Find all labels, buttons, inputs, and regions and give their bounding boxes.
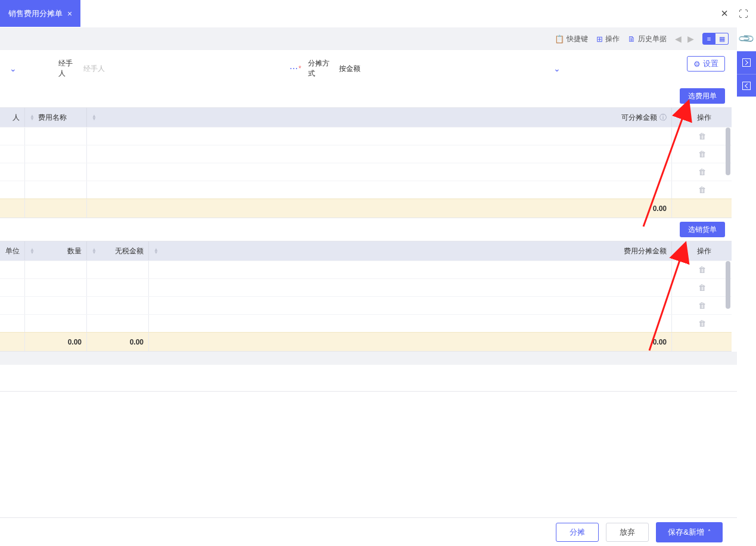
bottom-area	[0, 391, 737, 487]
trash-icon[interactable]: 🗑	[698, 265, 706, 274]
expense-section: 选费用单 人 ▲▼ 费用名称 ▲▼ 可分摊金额 ⓘ 操作 �	[0, 85, 737, 218]
info-icon[interactable]: ⓘ	[659, 113, 667, 123]
ops-link[interactable]: ⊞ 操作	[596, 34, 620, 44]
col-unit[interactable]: 单位	[0, 241, 25, 260]
gear-icon: ⚙	[693, 60, 701, 69]
handler-field: 经手人 ⋯	[58, 58, 298, 79]
method-label: 分摊方式	[308, 58, 334, 79]
sum-notax: 0.00	[87, 333, 149, 351]
scrollbar[interactable]	[726, 261, 730, 331]
expense-sum-value: 0.00	[87, 199, 672, 218]
sort-icon[interactable]: ▲▼	[30, 114, 35, 120]
expand-in-icon[interactable]	[737, 74, 756, 97]
method-field: * 分摊方式 按金额 ⌄	[298, 58, 561, 79]
view-toggle: ≡ ▦	[702, 33, 729, 45]
method-value[interactable]: 按金额	[339, 64, 549, 74]
select-expense-button[interactable]: 选费用单	[680, 88, 725, 104]
discard-button[interactable]: 放弃	[606, 523, 649, 542]
expense-grid: 人 ▲▼ 费用名称 ▲▼ 可分摊金额 ⓘ 操作 🗑	[0, 107, 732, 218]
settings-label: 设置	[703, 58, 718, 69]
select-sales-button[interactable]: 选销货单	[680, 222, 725, 237]
sort-icon[interactable]: ▲▼	[92, 114, 97, 120]
tab-close-icon[interactable]: ×	[67, 9, 72, 18]
history-link[interactable]: 🗎 历史单据	[628, 34, 667, 44]
collapse-caret-icon[interactable]: ⌄	[10, 64, 17, 73]
tab-title: 销售费用分摊单	[8, 8, 63, 19]
view-card-button[interactable]: ▦	[715, 33, 729, 45]
handler-label: 经手人	[58, 58, 79, 79]
grid-icon: ⊞	[596, 35, 603, 44]
expense-header: 人 ▲▼ 费用名称 ▲▼ 可分摊金额 ⓘ 操作	[0, 108, 732, 127]
nav-prev-icon[interactable]: ◀	[675, 34, 682, 44]
table-row: 🗑	[0, 260, 732, 278]
table-row: 🗑	[0, 278, 732, 296]
close-icon[interactable]: ×	[719, 8, 730, 19]
form-row: ⌄ 经手人 ⋯ * 分摊方式 按金额 ⌄ ⚙ 设置	[0, 50, 737, 85]
method-caret-icon[interactable]: ⌄	[553, 64, 561, 73]
save-new-label: 保存&新增	[668, 527, 704, 538]
col-op: 操作	[672, 108, 732, 127]
history-label: 历史单据	[638, 34, 667, 44]
scrollbar[interactable]	[726, 128, 730, 197]
toolbar: 📋 快捷键 ⊞ 操作 🗎 历史单据 ◀ ▶ ≡ ▦	[0, 27, 737, 50]
sales-grid: 单位 ▲▼ 数量 ▲▼ 无税金额 ▲▼ 费用分摊金额 操作	[0, 241, 732, 352]
attachment-icon[interactable]: 📎	[737, 29, 755, 48]
right-rail: 📎	[737, 27, 756, 97]
grey-band	[0, 352, 737, 365]
nav-next-icon[interactable]: ▶	[687, 34, 694, 44]
sales-header: 单位 ▲▼ 数量 ▲▼ 无税金额 ▲▼ 费用分摊金额 操作	[0, 241, 732, 260]
table-row: 🗑	[0, 181, 732, 198]
col-op: 操作	[672, 241, 732, 260]
clipboard-icon: 📋	[555, 35, 564, 44]
col-alloc[interactable]: ▲▼ 费用分摊金额	[149, 241, 672, 260]
col-amount[interactable]: ▲▼ 可分摊金额 ⓘ	[87, 108, 672, 127]
sales-section: 选销货单 单位 ▲▼ 数量 ▲▼ 无税金额 ▲▼ 费用分摊金额 操作	[0, 218, 737, 352]
trash-icon[interactable]: 🗑	[698, 283, 706, 292]
shortcut-label: 快捷键	[567, 34, 588, 44]
expense-sum-row: 0.00	[0, 198, 732, 218]
col-qty[interactable]: ▲▼ 数量	[25, 241, 87, 260]
sales-sum-row: 0.00 0.00 0.00	[0, 332, 732, 351]
sum-qty: 0.00	[25, 333, 87, 351]
allocate-button[interactable]: 分摊	[556, 523, 599, 542]
table-row: 🗑	[0, 127, 732, 145]
table-row: 🗑	[0, 296, 732, 314]
sort-icon[interactable]: ▲▼	[92, 248, 97, 254]
main-area: 📋 快捷键 ⊞ 操作 🗎 历史单据 ◀ ▶ ≡ ▦ ⌄ 经手人 ⋯ *	[0, 27, 737, 487]
trash-icon[interactable]: 🗑	[698, 301, 706, 310]
trash-icon[interactable]: 🗑	[698, 319, 706, 328]
trash-icon[interactable]: 🗑	[698, 167, 706, 176]
required-asterisk: *	[298, 64, 301, 73]
tab-active[interactable]: 销售费用分摊单 ×	[0, 0, 80, 27]
col-expense-name[interactable]: ▲▼ 费用名称	[25, 108, 87, 127]
footer: 分摊 放弃 保存&新增 ˄	[0, 517, 737, 546]
save-new-button[interactable]: 保存&新增 ˄	[656, 522, 723, 542]
view-list-button[interactable]: ≡	[702, 33, 715, 45]
col-notax[interactable]: ▲▼ 无税金额	[87, 241, 149, 260]
sort-icon[interactable]: ▲▼	[154, 248, 158, 254]
trash-icon[interactable]: 🗑	[698, 150, 706, 159]
ops-label: 操作	[605, 34, 620, 44]
handler-more-icon[interactable]: ⋯	[290, 64, 298, 73]
sort-icon[interactable]: ▲▼	[30, 248, 35, 254]
tab-bar: 销售费用分摊单 × ×	[0, 0, 756, 27]
settings-button[interactable]: ⚙ 设置	[687, 56, 725, 72]
chevron-up-icon: ˄	[708, 529, 711, 535]
trash-icon[interactable]: 🗑	[698, 132, 706, 141]
table-row: 🗑	[0, 145, 732, 163]
tabbar-right: ×	[719, 0, 756, 27]
expand-out-icon[interactable]	[737, 51, 756, 74]
nav-group: ◀ ▶	[675, 34, 694, 44]
doc-icon: 🗎	[628, 35, 636, 44]
table-row: 🗑	[0, 163, 732, 181]
col-truncated[interactable]: 人	[0, 108, 25, 127]
fullscreen-icon[interactable]	[738, 8, 749, 19]
trash-icon[interactable]: 🗑	[698, 185, 706, 194]
table-row: 🗑	[0, 314, 732, 332]
sum-alloc: 0.00	[149, 333, 672, 351]
handler-input[interactable]	[83, 64, 285, 73]
shortcut-link[interactable]: 📋 快捷键	[555, 34, 588, 44]
